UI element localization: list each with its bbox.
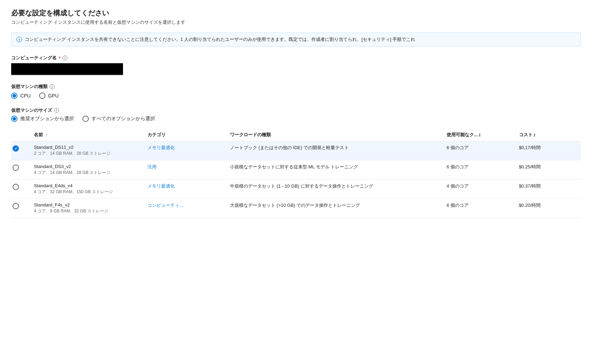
row-workload-cell: 中規模のデータセット (1 - 10 GB) に対するデータ操作とトレーニング (230, 180, 447, 199)
row-select-cell[interactable] (11, 160, 34, 180)
required-indicator: * (59, 56, 60, 61)
row-cores-cell: 6 個のコア (447, 141, 519, 160)
row-select-cell[interactable] (11, 199, 34, 218)
vm-type-section: 仮想マシンの種類 i CPU GPU (11, 83, 581, 99)
vm-name: Standard_DS11_v2 (34, 145, 143, 150)
row-name-cell: Standard_DS3_v24 コア、14 GB RAM、28 GB ストレー… (34, 160, 147, 180)
page-title: 必要な設定を構成してください (11, 8, 581, 18)
table-row[interactable]: Standard_F4s_v24 コア、8 GB RAM、32 GB ストレージ… (11, 199, 581, 218)
row-cores-cell: 6 個のコア (447, 160, 519, 180)
vm-table-body: ✓Standard_DS11_v22 コア、14 GB RAM、28 GB スト… (11, 141, 581, 218)
row-cost-cell: $0.37/時間 (519, 180, 581, 199)
row-category-cell: 汎用 (147, 160, 230, 180)
computing-name-label: コンピューティング名 * i (11, 55, 581, 61)
row-cost-cell: $0.17/時間 (519, 141, 581, 160)
row-name-cell: Standard_DS11_v22 コア、14 GB RAM、28 GB ストレ… (34, 141, 147, 160)
vm-name: Standard_E4ds_v4 (34, 183, 143, 188)
row-cores-cell: 6 個のコア (447, 199, 519, 218)
all-options-radio[interactable] (82, 116, 89, 122)
th-name[interactable]: 名前 ↑ (34, 129, 147, 141)
vm-type-radio-group: CPU GPU (11, 93, 581, 99)
vm-size-info-icon[interactable]: i (54, 108, 59, 113)
table-row[interactable]: Standard_DS3_v24 コア、14 GB RAM、28 GB ストレー… (11, 160, 581, 180)
all-options-label: すべてのオプションから選択 (92, 116, 155, 122)
th-category: カテゴリ (147, 129, 230, 141)
all-options-option[interactable]: すべてのオプションから選択 (82, 116, 155, 122)
category-link[interactable]: メモリ最適化 (147, 145, 175, 150)
vm-size-filter-group: 推奨オプションから選択 すべてのオプションから選択 (11, 116, 581, 122)
table-header-row: 名前 ↑ カテゴリ ワークロードの種類 使用可能なク... i コスト i (11, 129, 581, 141)
row-category-cell: メモリ最適化 (147, 141, 230, 160)
vm-name: Standard_DS3_v2 (34, 164, 143, 169)
row-workload-cell: 大規模なデータセット (>10 GB) でのデータ操作とトレーニング (230, 199, 447, 218)
page-subtitle: コンピューティング インスタンスに使用する名前と仮想マシンのサイズを選択します (11, 19, 581, 26)
vm-type-cpu-option[interactable]: CPU (11, 93, 31, 99)
category-link[interactable]: 汎用 (147, 164, 157, 169)
row-cores-cell: 4 個のコア (447, 180, 519, 199)
row-radio-button[interactable] (13, 203, 19, 209)
table-row[interactable]: ✓Standard_DS11_v22 コア、14 GB RAM、28 GB スト… (11, 141, 581, 160)
row-name-cell: Standard_E4ds_v44 コア、32 GB RAM、150 GB スト… (34, 180, 147, 199)
computing-name-info-icon[interactable]: i (63, 56, 67, 60)
row-cost-cell: $0.25/時間 (519, 160, 581, 180)
row-workload-cell: ノートブック (またはその他の IDE) での開発と軽量テスト (230, 141, 447, 160)
info-banner-icon: i (16, 37, 22, 42)
th-cores: 使用可能なク... i (447, 129, 519, 141)
row-cost-cell: $0.20/時間 (519, 199, 581, 218)
selected-check-icon: ✓ (13, 145, 19, 152)
vm-type-gpu-option[interactable]: GPU (39, 93, 59, 99)
row-radio-button[interactable] (13, 184, 19, 190)
row-select-cell[interactable]: ✓ (11, 141, 34, 160)
vm-size-section: 仮想マシンのサイズ i 推奨オプションから選択 すべてのオプションから選択 名前… (11, 107, 581, 218)
computing-name-input[interactable] (11, 63, 123, 75)
row-name-cell: Standard_F4s_v24 コア、8 GB RAM、32 GB ストレージ (34, 199, 147, 218)
table-row[interactable]: Standard_E4ds_v44 コア、32 GB RAM、150 GB スト… (11, 180, 581, 199)
vm-size-label: 仮想マシンのサイズ i (11, 107, 581, 114)
recommended-radio[interactable] (11, 116, 17, 122)
row-category-cell: コンピューティ... (147, 199, 230, 218)
vm-name: Standard_F4s_v2 (34, 202, 143, 208)
th-select (11, 129, 34, 141)
th-cost: コスト i (519, 129, 581, 141)
vm-specs: 2 コア、14 GB RAM、28 GB ストレージ (34, 151, 143, 156)
cpu-radio-button[interactable] (11, 93, 17, 99)
cpu-label: CPU (20, 93, 31, 99)
gpu-radio-button[interactable] (39, 93, 45, 99)
row-category-cell: メモリ最適化 (147, 180, 230, 199)
vm-specs: 4 コア、14 GB RAM、28 GB ストレージ (34, 170, 143, 176)
th-workload: ワークロードの種類 (230, 129, 447, 141)
row-radio-button[interactable] (13, 165, 19, 171)
computing-name-section: コンピューティング名 * i (11, 55, 581, 75)
vm-specs: 4 コア、32 GB RAM、150 GB ストレージ (34, 189, 143, 195)
gpu-label: GPU (48, 93, 59, 99)
cores-info-icon[interactable]: i (479, 132, 481, 138)
vm-type-label: 仮想マシンの種類 i (11, 83, 581, 90)
recommended-option[interactable]: 推奨オプションから選択 (11, 116, 74, 122)
cost-info-icon[interactable]: i (534, 132, 535, 138)
recommended-label: 推奨オプションから選択 (20, 116, 74, 122)
info-banner: i コンピューティング インスタンスを共有できないことに注意してください。1 人… (11, 32, 581, 46)
row-select-cell[interactable] (11, 180, 34, 199)
category-link[interactable]: メモリ最適化 (147, 183, 175, 189)
vm-type-info-icon[interactable]: i (50, 84, 55, 89)
vm-size-table: 名前 ↑ カテゴリ ワークロードの種類 使用可能なク... i コスト i (11, 129, 581, 218)
sort-arrow-name: ↑ (46, 133, 48, 137)
row-workload-cell: 小規模なデータセットに対する従来型 ML モデル トレーニング (230, 160, 447, 180)
category-link[interactable]: コンピューティ... (147, 203, 183, 208)
vm-specs: 4 コア、8 GB RAM、32 GB ストレージ (34, 208, 143, 214)
info-banner-text: コンピューティング インスタンスを共有できないことに注意してください。1 人の割… (25, 36, 415, 43)
